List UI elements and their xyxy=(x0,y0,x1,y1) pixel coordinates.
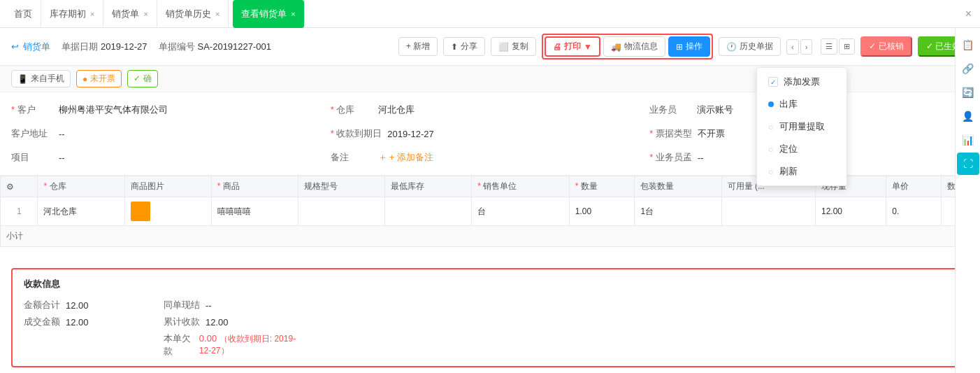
new-button[interactable]: + 新增 xyxy=(398,37,438,56)
col-product: 商品 xyxy=(211,176,298,197)
sidebar-user-icon[interactable]: 👤 xyxy=(957,105,979,127)
dropdown-refresh[interactable]: ○ 刷新 xyxy=(757,160,846,183)
tab-home[interactable]: 首页 xyxy=(6,0,41,28)
due-date-label: 收款到期日 xyxy=(331,127,382,140)
row-product: 嘻嘻嘻嘻 xyxy=(211,197,298,226)
row-num: 1 xyxy=(1,197,38,226)
print-icon: 🖨 xyxy=(553,42,561,52)
list-view-icon[interactable]: ☰ xyxy=(821,38,837,55)
tab-close-view[interactable]: × xyxy=(291,10,295,18)
same-order-item: 同单现结 -- xyxy=(164,299,303,311)
col-spec: 规格型号 xyxy=(298,176,385,197)
doc-header: ↩ 销货单 单据日期 2019-12-27 单据编号 SA-20191227-0… xyxy=(0,28,980,66)
sidebar-refresh-icon[interactable]: 🔄 xyxy=(957,81,979,104)
print-button[interactable]: 🖨 打印 ▼ xyxy=(545,36,600,57)
customer-row: 客户 柳州粤港平安气体有限公司 xyxy=(11,101,331,119)
grid-view-icon[interactable]: ⊞ xyxy=(839,38,855,55)
sidebar-expand-icon[interactable]: ⛶ xyxy=(957,153,979,175)
customer-label: 客户 xyxy=(11,104,53,116)
share-button[interactable]: ⬆ 分享 xyxy=(443,37,485,56)
print-operations-group: 🖨 打印 ▼ 🚚 物流信息 ⊞ 操作 xyxy=(542,34,713,59)
row-min-stock xyxy=(385,197,472,226)
tab-sales-order[interactable]: 销货单 × xyxy=(103,0,157,28)
row-price: 0. xyxy=(886,197,941,226)
doc-actions: + 新增 ⬆ 分享 ⬜ 复制 🖨 打印 ▼ 🚚 物流信息 xyxy=(398,34,969,59)
salesperson-label: 业务员孟 xyxy=(649,151,692,164)
row-available xyxy=(721,197,815,226)
logistics-button[interactable]: 🚚 物流信息 xyxy=(603,36,665,57)
share-icon: ⬆ xyxy=(451,42,458,52)
tab-close-history[interactable]: × xyxy=(215,10,219,18)
col-price: 单价 xyxy=(886,176,941,197)
view-icons: ☰ ⊞ xyxy=(821,38,855,55)
confirm-button[interactable]: ✓ 确 xyxy=(127,70,157,87)
tab-inventory-init[interactable]: 库存期初 × xyxy=(41,0,103,28)
sidebar-chart-icon[interactable]: 📊 xyxy=(957,129,979,151)
address-label: 客户地址 xyxy=(11,127,53,140)
product-table-wrap: ⚙ 仓库 商品图片 商品 规格型号 最低库存 销售单位 数量 包装数量 可用量 … xyxy=(0,176,980,262)
project-value: -- xyxy=(59,153,65,163)
product-table: ⚙ 仓库 商品图片 商品 规格型号 最低库存 销售单位 数量 包装数量 可用量 … xyxy=(0,176,980,247)
product-image xyxy=(131,202,150,221)
main-close-button[interactable]: × xyxy=(965,8,972,20)
circle-icon-locate: ○ xyxy=(768,144,774,155)
same-order-label: 同单现结 xyxy=(164,299,200,311)
tab-sales-history[interactable]: 销货单历史 × xyxy=(157,0,229,28)
sidebar-doc-icon[interactable]: 📋 xyxy=(957,34,979,56)
row-qty: 1.00 xyxy=(569,197,635,226)
doc-date-meta: 单据日期 2019-12-27 xyxy=(62,41,147,53)
circle-icon-available: ○ xyxy=(768,122,774,132)
col-min-stock: 最低库存 xyxy=(385,176,472,197)
total-item: 金额合计 12.00 xyxy=(24,299,164,311)
summary-box: 收款信息 金额合计 12.00 同单现结 -- 成交金额 12.00 累计收款 … xyxy=(11,268,969,367)
blue-dot-icon xyxy=(768,101,774,107)
dropdown-locate[interactable]: ○ 定位 xyxy=(757,138,846,160)
tab-close-inventory[interactable]: × xyxy=(90,10,94,18)
add-note-button[interactable]: ＋ + 添加备注 xyxy=(378,151,433,164)
from-phone-button[interactable]: 📱 来自手机 xyxy=(11,70,71,87)
cumulative-value: 12.00 xyxy=(206,317,229,328)
warehouse-label: 仓库 xyxy=(331,104,373,116)
customer-value: 柳州粤港平安气体有限公司 xyxy=(59,104,168,116)
staff-label: 业务员 xyxy=(649,104,691,116)
ticket-icon: ● xyxy=(82,74,87,84)
dropdown-available[interactable]: ○ 可用量提取 xyxy=(757,115,846,138)
warehouse-value: 河北仓库 xyxy=(378,104,415,116)
history-button[interactable]: 🕐 历史单据 xyxy=(719,37,781,56)
prev-arrow[interactable]: ‹ xyxy=(786,39,799,55)
not-open-button[interactable]: ● 未开票 xyxy=(76,70,122,87)
subtotal-label: 小计 xyxy=(1,226,980,247)
warehouse-row: 仓库 河北仓库 xyxy=(331,101,650,119)
col-qty: 数量 xyxy=(569,176,635,197)
salesperson-value: -- xyxy=(698,153,704,163)
sold-button[interactable]: ✓ 已核销 xyxy=(860,36,911,57)
copy-button[interactable]: ⬜ 复制 xyxy=(491,37,536,56)
dropdown-add-invoice[interactable]: ✓ 添加发票 xyxy=(757,71,846,93)
col-settings[interactable]: ⚙ xyxy=(1,176,38,197)
ticket-type-value: 不开票 xyxy=(698,127,725,140)
operations-button[interactable]: ⊞ 操作 xyxy=(668,36,710,57)
current-due-value: 0.00 （收款到期日: 2019-12-27） xyxy=(199,333,303,357)
same-order-value: -- xyxy=(206,300,212,311)
row-img xyxy=(124,197,211,226)
row-warehouse: 河北仓库 xyxy=(38,197,124,226)
circle-icon-refresh: ○ xyxy=(768,167,774,177)
tab-view-sales[interactable]: 查看销货单 × xyxy=(233,0,304,28)
history-icon: 🕐 xyxy=(726,42,737,52)
sidebar-link-icon[interactable]: 🔗 xyxy=(957,57,979,80)
table-row: 1 河北仓库 嘻嘻嘻嘻 台 1.00 1台 12.00 0. xyxy=(1,197,980,226)
logistics-icon: 🚚 xyxy=(611,42,621,52)
ticket-type-label: 票据类型 xyxy=(649,127,692,140)
row-pkg-qty: 1台 xyxy=(635,197,721,226)
project-label: 项目 xyxy=(11,151,53,164)
transaction-label: 成交金额 xyxy=(24,316,60,328)
nav-arrows: ‹ › xyxy=(786,39,812,55)
right-sidebar: 📋 🔗 🔄 👤 📊 ⛶ xyxy=(955,28,980,373)
checkbox-icon: ✓ xyxy=(768,77,778,87)
tab-close-sales[interactable]: × xyxy=(143,10,147,18)
dropdown-outbound[interactable]: 出库 xyxy=(757,93,846,115)
subtotal-row: 小计 xyxy=(1,226,980,247)
due-date-value: 2019-12-27 xyxy=(387,129,434,139)
next-arrow[interactable]: › xyxy=(800,39,813,55)
tab-bar: 首页 库存期初 × 销货单 × 销货单历史 × 查看销货单 × × xyxy=(0,0,980,28)
